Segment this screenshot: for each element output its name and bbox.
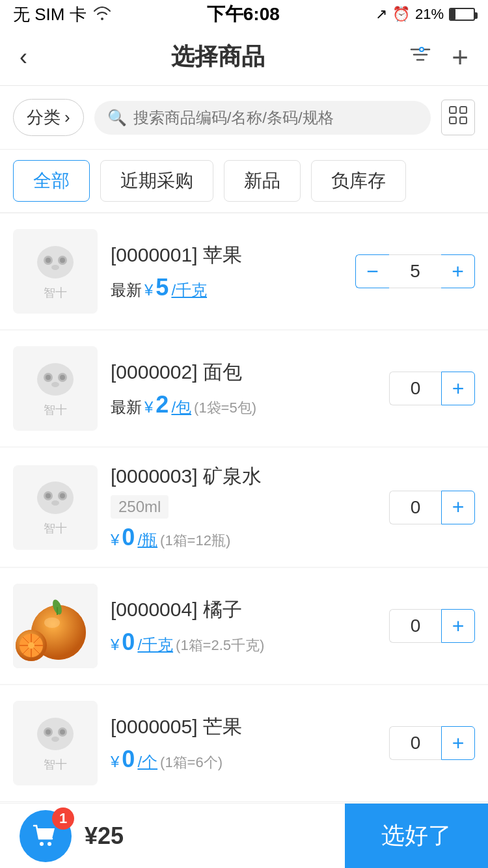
battery-percent: 21% bbox=[415, 6, 444, 23]
tab-negative[interactable]: 负库存 bbox=[311, 160, 406, 202]
product-price: ¥ 0 /个 (1箱=6个) bbox=[111, 746, 376, 773]
search-box: 🔍 bbox=[94, 101, 431, 135]
cart-total: ¥25 bbox=[85, 822, 124, 850]
nav-bar: ‹ 选择商品 + bbox=[0, 29, 488, 86]
svg-point-40 bbox=[37, 718, 74, 750]
scan-icon[interactable] bbox=[441, 100, 475, 135]
product-image: 智十 bbox=[13, 346, 98, 431]
product-list: 智十 [0000001] 苹果 最新 ¥ 5 /千克 − + bbox=[0, 213, 488, 868]
svg-point-12 bbox=[60, 258, 65, 263]
svg-point-17 bbox=[46, 375, 51, 380]
product-item: [0000004] 橘子 ¥ 0 /千克 (1箱=2.5千克) + bbox=[0, 568, 488, 684]
product-image bbox=[13, 584, 98, 668]
svg-point-45 bbox=[51, 737, 59, 742]
svg-point-25 bbox=[51, 500, 59, 506]
product-item: 智十 [0000001] 苹果 最新 ¥ 5 /千克 − + bbox=[0, 213, 488, 329]
product-price: ¥ 0 /千克 (1箱=2.5千克) bbox=[111, 629, 376, 656]
quantity-increase-button[interactable]: + bbox=[441, 372, 475, 405]
product-info: [0000005] 芒果 ¥ 0 /个 (1箱=6个) bbox=[111, 714, 376, 773]
page-title: 选择商品 bbox=[171, 41, 265, 73]
status-left: 无 SIM 卡 bbox=[13, 3, 111, 26]
quantity-control: + bbox=[389, 491, 475, 524]
tab-bar: 全部 近期采购 新品 负库存 bbox=[0, 150, 488, 213]
svg-point-20 bbox=[37, 481, 74, 514]
category-chevron: › bbox=[64, 107, 70, 128]
quantity-control: + bbox=[389, 372, 475, 405]
category-label: 分类 bbox=[27, 106, 61, 129]
product-item: 智十 [0000003] 矿泉水 250ml ¥ 0 /瓶 (1箱=12瓶) + bbox=[0, 448, 488, 567]
alarm-icon: ⏰ bbox=[392, 6, 410, 23]
svg-rect-6 bbox=[450, 117, 456, 124]
product-price: 最新 ¥ 5 /千克 bbox=[111, 274, 342, 301]
product-item: 智十 [0000002] 面包 最新 ¥ 2 /包 (1袋=5包) + bbox=[0, 331, 488, 446]
svg-point-39 bbox=[28, 642, 34, 649]
product-item: 智十 [0000005] 芒果 ¥ 0 /个 (1箱=6个) + bbox=[0, 685, 488, 801]
location-icon: ↗ bbox=[375, 6, 387, 23]
svg-point-18 bbox=[60, 375, 65, 380]
product-info: [0000004] 橘子 ¥ 0 /千克 (1箱=2.5千克) bbox=[111, 597, 376, 656]
tab-all[interactable]: 全部 bbox=[13, 160, 90, 202]
product-spec: 250ml bbox=[111, 495, 169, 519]
cart-badge: 1 bbox=[52, 807, 74, 830]
product-name: [0000003] 矿泉水 bbox=[111, 463, 376, 490]
product-image: 智十 bbox=[13, 701, 98, 785]
svg-point-8 bbox=[37, 246, 74, 278]
svg-point-13 bbox=[51, 265, 59, 270]
bottom-bar: 1 ¥25 选好了 bbox=[0, 803, 488, 868]
quantity-input[interactable] bbox=[389, 254, 441, 288]
filter-icon[interactable] bbox=[409, 44, 432, 70]
status-time: 下午6:08 bbox=[207, 2, 280, 27]
quantity-decrease-button[interactable]: − bbox=[355, 254, 389, 288]
product-name: [0000001] 苹果 bbox=[111, 242, 342, 269]
wifi-icon bbox=[93, 5, 111, 25]
quantity-input[interactable] bbox=[389, 491, 441, 524]
quantity-control: + bbox=[389, 609, 475, 643]
tab-recent[interactable]: 近期采购 bbox=[100, 160, 213, 202]
svg-point-44 bbox=[60, 729, 65, 735]
product-image: 智十 bbox=[13, 465, 98, 550]
cart-icon-wrap[interactable]: 1 bbox=[20, 810, 72, 862]
svg-point-58 bbox=[47, 842, 51, 846]
status-right: ↗ ⏰ 21% bbox=[375, 6, 475, 23]
quantity-increase-button[interactable]: + bbox=[441, 726, 475, 760]
tab-new[interactable]: 新品 bbox=[224, 160, 301, 202]
svg-point-11 bbox=[46, 258, 51, 263]
quantity-control: − + bbox=[355, 254, 475, 288]
svg-point-29 bbox=[44, 617, 60, 628]
category-button[interactable]: 分类 › bbox=[13, 99, 84, 136]
confirm-button[interactable]: 选好了 bbox=[345, 804, 488, 869]
svg-point-3 bbox=[420, 47, 424, 51]
filter-bar: 分类 › 🔍 bbox=[0, 86, 488, 150]
quantity-input[interactable] bbox=[389, 372, 441, 405]
product-info: [0000003] 矿泉水 250ml ¥ 0 /瓶 (1箱=12瓶) bbox=[111, 463, 376, 551]
svg-point-57 bbox=[40, 842, 44, 846]
svg-point-14 bbox=[37, 363, 74, 396]
product-info: [0000002] 面包 最新 ¥ 2 /包 (1袋=5包) bbox=[111, 359, 376, 418]
svg-rect-7 bbox=[460, 117, 467, 124]
quantity-increase-button[interactable]: + bbox=[441, 609, 475, 643]
carrier-text: 无 SIM 卡 bbox=[13, 3, 87, 26]
quantity-input[interactable] bbox=[389, 726, 441, 760]
svg-point-19 bbox=[51, 382, 59, 387]
quantity-increase-button[interactable]: + bbox=[441, 254, 475, 288]
product-name: [0000005] 芒果 bbox=[111, 714, 376, 740]
svg-point-24 bbox=[60, 493, 65, 498]
product-price: ¥ 0 /瓶 (1箱=12瓶) bbox=[111, 524, 376, 551]
svg-rect-5 bbox=[460, 107, 467, 113]
product-name: [0000002] 面包 bbox=[111, 359, 376, 386]
status-bar: 无 SIM 卡 下午6:08 ↗ ⏰ 21% bbox=[0, 0, 488, 29]
search-input[interactable] bbox=[133, 109, 418, 127]
search-icon: 🔍 bbox=[107, 109, 127, 127]
product-price: 最新 ¥ 2 /包 (1袋=5包) bbox=[111, 391, 376, 418]
quantity-control: + bbox=[389, 726, 475, 760]
quantity-increase-button[interactable]: + bbox=[441, 491, 475, 524]
cart-section: 1 ¥25 bbox=[0, 810, 345, 862]
back-button[interactable]: ‹ bbox=[20, 44, 27, 71]
nav-actions: + bbox=[409, 43, 468, 72]
svg-point-43 bbox=[46, 729, 51, 735]
quantity-input[interactable] bbox=[389, 609, 441, 643]
product-image: 智十 bbox=[13, 229, 98, 314]
add-icon[interactable]: + bbox=[452, 43, 468, 72]
battery-icon bbox=[449, 8, 475, 21]
svg-rect-4 bbox=[450, 107, 456, 113]
